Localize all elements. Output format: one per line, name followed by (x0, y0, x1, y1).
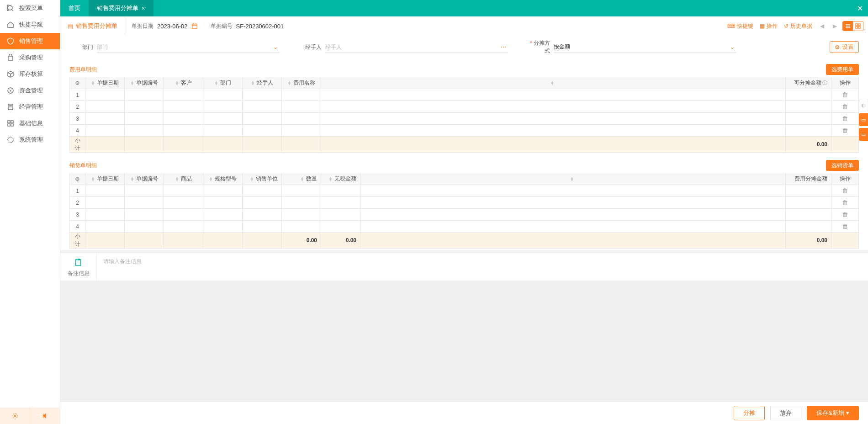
trash-icon[interactable]: 🗑 (842, 199, 848, 206)
col-cust[interactable]: ▲▼客户 (164, 77, 203, 89)
col-alloc[interactable]: 费用分摊金额 (786, 173, 831, 185)
sidebar-collapse-button[interactable] (30, 408, 60, 424)
discard-button[interactable]: 放弃 (770, 406, 801, 420)
select-expense-button[interactable]: 选费用单 (826, 64, 859, 75)
trash-icon[interactable]: 🗑 (842, 115, 848, 122)
tabbar-close-all[interactable]: ✕ (852, 0, 868, 16)
col-amt[interactable]: ▲▼无税金额 (321, 173, 360, 185)
operate-link[interactable]: ▦操作 (758, 21, 779, 32)
expense-section: 费用单明细 选费用单 ⚙ ▲▼单据日期 ▲▼单据编号 ▲▼客户 ▲▼部门 ▲▼经… (60, 61, 868, 154)
table-row[interactable]: 3🗑 (70, 113, 859, 125)
remark-label: 备注信息 (68, 270, 90, 277)
note-icon: 🗒 (74, 257, 84, 269)
sidebar-item-sales[interactable]: 销售管理 (0, 33, 60, 49)
history-link[interactable]: ↺历史单据 (782, 21, 814, 32)
prev-button[interactable]: ◀ (817, 21, 827, 31)
col-spacer[interactable]: ▲▼ (360, 173, 786, 185)
box-icon (6, 70, 15, 78)
table-row[interactable]: 4🗑 (70, 125, 859, 137)
next-button[interactable]: ▶ (830, 21, 840, 31)
svg-rect-24 (856, 24, 857, 26)
col-prod[interactable]: ▲▼商品 (164, 173, 203, 185)
col-gear[interactable]: ⚙ (70, 173, 85, 185)
method-input[interactable] (554, 44, 736, 50)
col-gear[interactable]: ⚙ (70, 77, 85, 89)
footer: 分摊 放弃 保存&新增 ▾ (60, 401, 868, 424)
subtotal-qty: 0.00 (282, 233, 321, 249)
tab-current[interactable]: 销售费用分摊单 ✕ (89, 0, 153, 16)
settings-button[interactable]: ⚙ 设置 (830, 41, 859, 53)
float-tab-2[interactable]: ▭ (859, 128, 868, 141)
help-icon[interactable]: ⓘ (822, 80, 827, 85)
sidebar-item-operation[interactable]: 经营管理 (0, 99, 60, 115)
float-tab-1[interactable]: ▭ (859, 113, 868, 126)
doc-title: ▤ 销售费用分摊单 (60, 16, 125, 36)
chevron-down-icon[interactable]: ⌄ (273, 44, 278, 50)
handler-input-wrap[interactable]: ⋯ (325, 41, 508, 53)
sidebar-item-label: 资金管理 (19, 86, 43, 95)
svg-rect-11 (8, 121, 10, 123)
save-add-button[interactable]: 保存&新增 ▾ (807, 406, 859, 420)
col-spec[interactable]: ▲▼规格型号 (203, 173, 243, 185)
sidebar-item-inventory[interactable]: 库存核算 (0, 66, 60, 82)
view-grid-button[interactable] (853, 21, 863, 31)
trash-icon[interactable]: 🗑 (842, 223, 848, 230)
header-actions: ⌨快捷键 ▦操作 ↺历史单据 ◀ ▶ (725, 21, 868, 32)
table-row[interactable]: 2🗑 (70, 101, 859, 113)
svg-rect-27 (858, 26, 860, 28)
col-handler[interactable]: ▲▼经手人 (243, 77, 282, 89)
col-no[interactable]: ▲▼单据编号 (125, 173, 164, 185)
col-spacer[interactable]: ▲▼ (321, 77, 786, 89)
chevron-down-icon[interactable]: ⌄ (730, 44, 735, 50)
sidebar-item-quicknav[interactable]: 快捷导航 (0, 16, 60, 33)
col-qty[interactable]: ▲▼数量 (282, 173, 321, 185)
trash-icon[interactable]: 🗑 (842, 187, 848, 194)
trash-icon[interactable]: 🗑 (842, 127, 848, 134)
calendar-icon[interactable] (191, 23, 198, 29)
sidebar-item-purchase[interactable]: 采购管理 (0, 49, 60, 66)
handler-input[interactable] (325, 44, 508, 50)
method-input-wrap[interactable]: ⌄ (554, 41, 736, 53)
col-unit[interactable]: ▲▼销售单位 (243, 173, 282, 185)
more-icon[interactable]: ⋯ (501, 44, 506, 50)
sidebar-settings-button[interactable] (0, 408, 30, 424)
sidebar-item-basic[interactable]: 基础信息 (0, 115, 60, 132)
trash-icon[interactable]: 🗑 (842, 103, 848, 110)
svg-rect-25 (858, 24, 860, 26)
table-row[interactable]: 1🗑 (70, 89, 859, 101)
expense-table: ⚙ ▲▼单据日期 ▲▼单据编号 ▲▼客户 ▲▼部门 ▲▼经手人 ▲▼费用名称 ▲… (69, 77, 859, 153)
table-row[interactable]: 1🗑 (70, 185, 859, 197)
sidebar-item-finance[interactable]: ¥ 资金管理 (0, 82, 60, 99)
allocate-button[interactable]: 分摊 (734, 406, 765, 420)
col-date[interactable]: ▲▼单据日期 (85, 173, 125, 185)
dept-input[interactable] (97, 44, 280, 50)
svg-rect-26 (856, 26, 857, 28)
table-row[interactable]: 4🗑 (70, 221, 859, 233)
col-no[interactable]: ▲▼单据编号 (125, 77, 164, 89)
search-icon (6, 4, 15, 12)
col-dept[interactable]: ▲▼部门 (203, 77, 243, 89)
select-sales-button[interactable]: 选销货单 (826, 160, 859, 171)
sidebar-item-search[interactable]: 搜索菜单 (0, 0, 60, 16)
table-row[interactable]: 2🗑 (70, 197, 859, 209)
remark-input[interactable] (97, 253, 868, 281)
col-feename[interactable]: ▲▼费用名称 (282, 77, 321, 89)
col-allocatable[interactable]: 可分摊金额ⓘ (786, 77, 831, 89)
grid-small-icon: ▦ (760, 23, 765, 29)
close-icon[interactable]: ✕ (141, 5, 145, 11)
doc-title-text: 销售费用分摊单 (76, 22, 117, 30)
trash-icon[interactable]: 🗑 (842, 211, 848, 218)
float-toggle[interactable]: ◐ (859, 99, 868, 111)
main: 首页 销售费用分摊单 ✕ ✕ ▤ 销售费用分摊单 单据日期 2023-06-02 (60, 0, 868, 424)
sidebar-item-system[interactable]: 系统管理 (0, 132, 60, 148)
shortcut-link[interactable]: ⌨快捷键 (725, 21, 755, 32)
doc-date-value[interactable]: 2023-06-02 (157, 23, 188, 30)
doc-number-value: SF-20230602-001 (236, 23, 284, 30)
view-list-button[interactable] (843, 21, 853, 31)
col-date[interactable]: ▲▼单据日期 (85, 77, 125, 89)
dept-field: 部门 ⌄ (69, 41, 280, 53)
table-row[interactable]: 3🗑 (70, 209, 859, 221)
trash-icon[interactable]: 🗑 (842, 91, 848, 98)
tab-home[interactable]: 首页 (60, 0, 89, 16)
dept-input-wrap[interactable]: ⌄ (97, 41, 280, 53)
